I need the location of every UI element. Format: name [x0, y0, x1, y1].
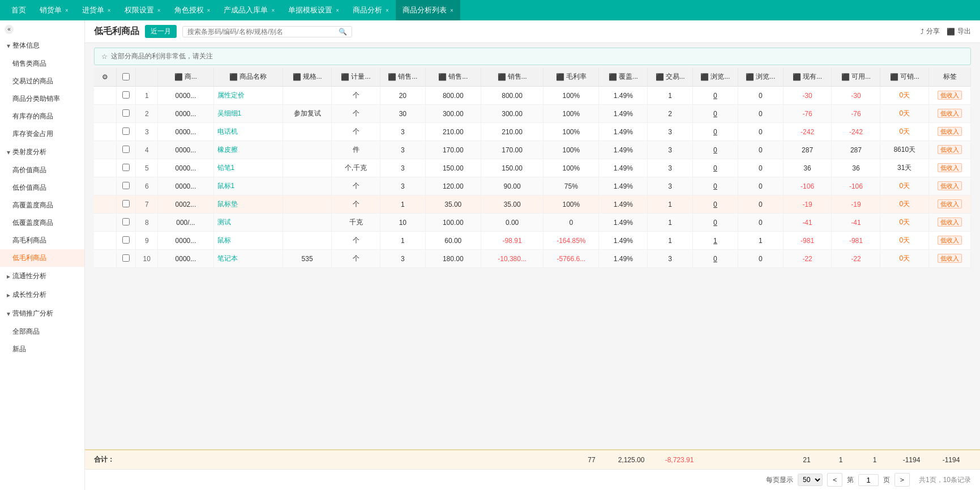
row-checkbox-4[interactable]	[122, 164, 130, 171]
row-checkbox-8[interactable]	[122, 236, 130, 244]
sidebar-group-overall[interactable]: ▾ 整体信息	[0, 36, 84, 55]
col-browse1[interactable]: ⬛浏览...	[693, 67, 738, 87]
cell-checkbox-0[interactable]	[116, 87, 135, 105]
col-coverage[interactable]: ⬛覆盖...	[599, 67, 648, 87]
cell-browse1-8[interactable]: 1	[693, 232, 738, 250]
row-checkbox-6[interactable]	[122, 200, 130, 207]
next-page-btn[interactable]: ＞	[895, 473, 910, 487]
cell-name-4[interactable]: 铅笔1	[213, 159, 283, 177]
row-checkbox-3[interactable]	[122, 146, 130, 153]
cell-browse1-1[interactable]: 0	[693, 105, 738, 123]
col-name[interactable]: ⬛商品名称	[213, 67, 283, 87]
sidebar-item-high-margin[interactable]: 高毛利商品	[0, 232, 84, 249]
cell-browse1-6[interactable]: 0	[693, 195, 738, 214]
nav-close-analysis-list[interactable]: ×	[450, 7, 453, 14]
sidebar-group-value[interactable]: ▾ 类射度分析	[0, 143, 84, 161]
cell-browse1-5[interactable]: 0	[693, 177, 738, 195]
sidebar-item-low-margin[interactable]: 低毛利商品	[0, 249, 84, 267]
sidebar-group-growth[interactable]: ▸ 成长性分析	[0, 286, 84, 304]
col-tag[interactable]: 标签	[929, 67, 971, 87]
cell-checkbox-2[interactable]	[116, 123, 135, 141]
col-code[interactable]: ⬛商...	[158, 67, 213, 87]
cell-name-9[interactable]: 笔记本	[213, 250, 283, 268]
col-browse2[interactable]: ⬛浏览...	[738, 67, 783, 87]
select-all-checkbox[interactable]	[122, 73, 130, 80]
col-sales-price[interactable]: ⬛销售...	[425, 67, 481, 87]
row-checkbox-2[interactable]	[122, 127, 130, 135]
nav-close-product-entry[interactable]: ×	[271, 7, 275, 14]
col-spec[interactable]: ⬛规格...	[283, 67, 332, 87]
row-checkbox-5[interactable]	[122, 182, 130, 189]
prev-page-btn[interactable]: ＜	[827, 473, 842, 487]
col-gross-rate[interactable]: ⬛毛利率	[544, 67, 599, 87]
sidebar-item-high-coverage[interactable]: 高覆盖度商品	[0, 197, 84, 214]
sidebar-item-high-value[interactable]: 高价值商品	[0, 161, 84, 179]
nav-purchase[interactable]: 进货单 ×	[75, 0, 118, 20]
cell-browse1-3[interactable]: 0	[693, 141, 738, 159]
nav-role[interactable]: 角色授权 ×	[168, 0, 217, 20]
cell-name-5[interactable]: 鼠标1	[213, 177, 283, 195]
nav-product-entry[interactable]: 产成品入库单 ×	[217, 0, 281, 20]
col-settings[interactable]: ⚙	[94, 67, 116, 87]
cell-name-7[interactable]: 测试	[213, 214, 283, 232]
nav-close-analysis[interactable]: ×	[386, 7, 389, 14]
search-icon[interactable]: 🔍	[339, 28, 347, 36]
page-number-input[interactable]	[858, 474, 879, 486]
cell-browse1-9[interactable]: 0	[693, 250, 738, 268]
col-sellable[interactable]: ⬛可销...	[880, 67, 929, 87]
sidebar-collapse-btn[interactable]: «	[5, 25, 14, 34]
cell-checkbox-1[interactable]	[116, 105, 135, 123]
sidebar-item-new-products[interactable]: 新品	[0, 340, 84, 358]
sidebar-item-sales-products[interactable]: 销售类商品	[0, 55, 84, 73]
cell-browse1-7[interactable]: 0	[693, 214, 738, 232]
nav-sales[interactable]: 销货单 ×	[33, 0, 75, 20]
sidebar-item-low-coverage[interactable]: 低覆盖度商品	[0, 214, 84, 232]
per-page-select[interactable]: 50	[798, 474, 823, 486]
export-button[interactable]: ⬛ 导出	[947, 27, 971, 36]
nav-close-role[interactable]: ×	[207, 7, 211, 14]
cell-name-8[interactable]: 鼠标	[213, 232, 283, 250]
nav-close-template[interactable]: ×	[336, 7, 339, 14]
cell-name-2[interactable]: 电话机	[213, 123, 283, 141]
cell-checkbox-8[interactable]	[116, 232, 135, 250]
nav-close-permission[interactable]: ×	[157, 7, 161, 14]
cell-checkbox-9[interactable]	[116, 250, 135, 268]
sidebar-item-traded-products[interactable]: 交易过的商品	[0, 73, 84, 90]
col-current-stock[interactable]: ⬛现有...	[783, 67, 832, 87]
share-button[interactable]: ⤴ 分享	[921, 27, 940, 36]
col-sales-profit[interactable]: ⬛销售...	[481, 67, 543, 87]
sidebar-item-stock-products[interactable]: 有库存的商品	[0, 108, 84, 125]
sidebar-item-category-rate[interactable]: 商品分类助销率	[0, 90, 84, 108]
sidebar-item-low-value[interactable]: 低价值商品	[0, 179, 84, 197]
row-checkbox-1[interactable]	[122, 109, 130, 117]
cell-checkbox-6[interactable]	[116, 195, 135, 214]
cell-checkbox-4[interactable]	[116, 159, 135, 177]
cell-name-0[interactable]: 属性定价	[213, 87, 283, 105]
cell-browse1-2[interactable]: 0	[693, 123, 738, 141]
sidebar-group-flow[interactable]: ▸ 流通性分析	[0, 267, 84, 286]
row-checkbox-7[interactable]	[122, 218, 130, 225]
nav-template[interactable]: 单据模板设置 ×	[281, 0, 346, 20]
cell-name-6[interactable]: 鼠标垫	[213, 195, 283, 214]
col-available[interactable]: ⬛可用...	[832, 67, 880, 87]
col-unit[interactable]: ⬛计量...	[332, 67, 380, 87]
search-input[interactable]	[187, 28, 339, 36]
cell-checkbox-5[interactable]	[116, 177, 135, 195]
row-checkbox-9[interactable]	[122, 254, 130, 262]
cell-browse1-4[interactable]: 0	[693, 159, 738, 177]
nav-close-purchase[interactable]: ×	[108, 7, 111, 14]
nav-home[interactable]: 首页	[5, 0, 33, 20]
filter-btn-month[interactable]: 近一月	[145, 25, 177, 38]
cell-name-1[interactable]: 吴细细1	[213, 105, 283, 123]
nav-permission[interactable]: 权限设置 ×	[118, 0, 168, 20]
cell-browse1-0[interactable]: 0	[693, 87, 738, 105]
sidebar-group-marketing[interactable]: ▾ 营销推广分析	[0, 304, 84, 323]
nav-close-sales[interactable]: ×	[65, 7, 69, 14]
col-trade[interactable]: ⬛交易...	[648, 67, 693, 87]
nav-analysis[interactable]: 商品分析 ×	[346, 0, 396, 20]
sidebar-item-stock-capital[interactable]: 库存资金占用	[0, 125, 84, 143]
col-sales-qty[interactable]: ⬛销售...	[380, 67, 425, 87]
cell-checkbox-3[interactable]	[116, 141, 135, 159]
row-checkbox-0[interactable]	[122, 91, 130, 99]
nav-analysis-list[interactable]: 商品分析列表 ×	[396, 0, 460, 20]
